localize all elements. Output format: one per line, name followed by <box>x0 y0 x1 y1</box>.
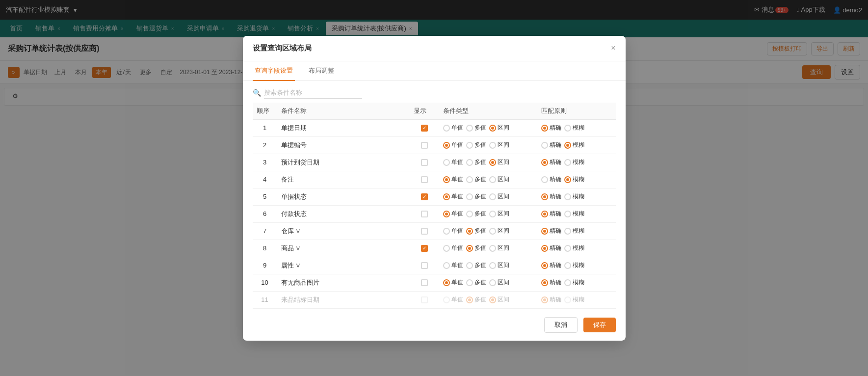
type-radio-item[interactable]: 区间 <box>489 244 509 252</box>
table-row: 6付款状态单值多值区间精确模糊 <box>253 205 616 222</box>
display-checkbox[interactable] <box>421 159 428 166</box>
type-radio-item[interactable]: 区间 <box>489 295 509 304</box>
type-radio-item[interactable]: 单值 <box>443 175 463 184</box>
match-radio-item[interactable]: 精确 <box>541 210 561 218</box>
radio-label: 多值 <box>474 175 486 184</box>
match-radio-item[interactable]: 精确 <box>541 141 561 149</box>
display-checkbox[interactable] <box>421 228 428 235</box>
type-radio-item[interactable]: 单值 <box>443 227 463 235</box>
display-checkbox[interactable] <box>421 245 428 252</box>
cell-display[interactable] <box>410 154 439 171</box>
match-radio-item[interactable]: 精确 <box>541 175 561 184</box>
match-radio-item[interactable]: 模糊 <box>564 141 584 149</box>
type-radio-item[interactable]: 区间 <box>489 175 509 184</box>
radio-label: 精确 <box>550 158 561 166</box>
cell-display[interactable] <box>410 274 439 291</box>
display-checkbox[interactable] <box>421 279 428 286</box>
modal-overlay: 设置查询区域布局 × 查询字段设置 布局调整 🔍 顺序 条件名称 显示 条件类型 <box>0 0 868 376</box>
display-checkbox[interactable] <box>421 262 428 269</box>
match-radio-item[interactable]: 模糊 <box>564 158 584 166</box>
match-radio-item[interactable]: 精确 <box>541 244 561 252</box>
type-radio-item[interactable]: 多值 <box>466 124 486 132</box>
type-radio-item[interactable]: 区间 <box>489 278 509 287</box>
radio-circle <box>564 193 571 200</box>
radio-circle <box>541 296 548 303</box>
type-radio-item[interactable]: 多值 <box>466 227 486 235</box>
cancel-button[interactable]: 取消 <box>544 317 578 333</box>
type-radio-item[interactable]: 单值 <box>443 192 463 201</box>
radio-label: 区间 <box>498 244 509 252</box>
type-radio-item[interactable]: 单值 <box>443 158 463 166</box>
cell-match: 精确模糊 <box>537 171 616 188</box>
type-radio-item[interactable]: 多值 <box>466 175 486 184</box>
type-radio-item[interactable]: 单值 <box>443 278 463 287</box>
display-checkbox[interactable] <box>421 125 428 132</box>
display-checkbox[interactable] <box>421 142 428 149</box>
type-radio-item[interactable]: 多值 <box>466 295 486 304</box>
match-radio-item[interactable]: 精确 <box>541 295 561 304</box>
display-checkbox[interactable] <box>421 211 428 217</box>
match-radio-item[interactable]: 模糊 <box>564 227 584 235</box>
match-radio-item[interactable]: 模糊 <box>564 210 584 218</box>
type-radio-item[interactable]: 区间 <box>489 261 509 269</box>
modal-close-button[interactable]: × <box>611 44 615 52</box>
radio-label: 模糊 <box>573 175 584 184</box>
cell-display[interactable] <box>410 222 439 240</box>
match-radio-item[interactable]: 模糊 <box>564 278 584 287</box>
cell-type: 单值多值区间 <box>439 171 537 188</box>
tab-query-fields[interactable]: 查询字段设置 <box>253 61 295 81</box>
type-radio-item[interactable]: 区间 <box>489 227 509 235</box>
type-radio-item[interactable]: 单值 <box>443 141 463 149</box>
radio-label: 多值 <box>474 192 486 201</box>
cell-display[interactable] <box>410 136 439 154</box>
radio-circle <box>564 262 571 269</box>
radio-label: 区间 <box>498 192 509 201</box>
match-radio-item[interactable]: 精确 <box>541 278 561 287</box>
type-radio-item[interactable]: 多值 <box>466 158 486 166</box>
cell-display[interactable] <box>410 188 439 205</box>
type-radio-item[interactable]: 区间 <box>489 141 509 149</box>
cell-display[interactable] <box>410 257 439 274</box>
display-checkbox[interactable] <box>421 176 428 183</box>
match-radio-item[interactable]: 模糊 <box>564 124 584 132</box>
radio-label: 多值 <box>474 124 486 132</box>
cell-display[interactable] <box>410 240 439 257</box>
match-radio-item[interactable]: 模糊 <box>564 295 584 304</box>
radio-circle <box>564 125 571 132</box>
type-radio-item[interactable]: 单值 <box>443 124 463 132</box>
match-radio-item[interactable]: 精确 <box>541 124 561 132</box>
type-radio-item[interactable]: 单值 <box>443 295 463 304</box>
type-radio-item[interactable]: 多值 <box>466 261 486 269</box>
match-radio-item[interactable]: 精确 <box>541 158 561 166</box>
type-radio-item[interactable]: 多值 <box>466 278 486 287</box>
type-radio-item[interactable]: 区间 <box>489 158 509 166</box>
search-input[interactable] <box>264 87 362 99</box>
match-radio-item[interactable]: 模糊 <box>564 261 584 269</box>
type-radio-item[interactable]: 单值 <box>443 210 463 218</box>
match-radio-item[interactable]: 精确 <box>541 261 561 269</box>
match-radio-item[interactable]: 模糊 <box>564 175 584 184</box>
type-radio-item[interactable]: 多值 <box>466 244 486 252</box>
cell-display[interactable] <box>410 291 439 308</box>
type-radio-item[interactable]: 区间 <box>489 192 509 201</box>
match-radio-item[interactable]: 模糊 <box>564 244 584 252</box>
radio-circle <box>564 176 571 183</box>
type-radio-item[interactable]: 多值 <box>466 141 486 149</box>
type-radio-item[interactable]: 区间 <box>489 124 509 132</box>
type-radio-item[interactable]: 区间 <box>489 210 509 218</box>
match-radio-item[interactable]: 精确 <box>541 192 561 201</box>
match-radio-item[interactable]: 精确 <box>541 227 561 235</box>
radio-circle <box>443 296 450 303</box>
type-radio-item[interactable]: 单值 <box>443 261 463 269</box>
display-checkbox[interactable] <box>421 193 428 200</box>
tab-layout-adjust[interactable]: 布局调整 <box>307 61 336 81</box>
cell-display[interactable] <box>410 119 439 136</box>
display-checkbox[interactable] <box>421 296 428 303</box>
match-radio-item[interactable]: 模糊 <box>564 192 584 201</box>
cell-display[interactable] <box>410 205 439 222</box>
type-radio-item[interactable]: 单值 <box>443 244 463 252</box>
save-button[interactable]: 保存 <box>583 318 616 332</box>
type-radio-item[interactable]: 多值 <box>466 210 486 218</box>
type-radio-item[interactable]: 多值 <box>466 192 486 201</box>
cell-display[interactable] <box>410 171 439 188</box>
